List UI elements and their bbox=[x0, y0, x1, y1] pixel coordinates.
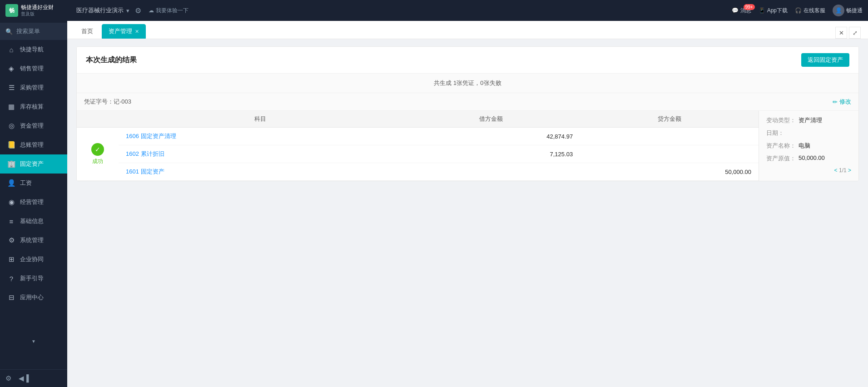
side-panel-pagination: < 1/1 > bbox=[766, 167, 851, 174]
tab-asset-management[interactable]: 资产管理 ✕ bbox=[102, 24, 146, 39]
sidebar-item-collaboration[interactable]: ⊞ 企业协同 bbox=[0, 250, 67, 269]
credit-cell-2 bbox=[580, 145, 759, 163]
sidebar-item-finance[interactable]: ◎ 资金管理 bbox=[0, 116, 67, 135]
phone-icon: 📱 bbox=[759, 7, 765, 14]
credit-col-header: 贷方金额 bbox=[580, 111, 759, 128]
online-service-button[interactable]: 🎧 在线客服 bbox=[795, 7, 825, 15]
sidebar-item-operations[interactable]: ◉ 经营管理 bbox=[0, 193, 67, 212]
sidebar-item-system[interactable]: ⚙ 系统管理 bbox=[0, 231, 67, 250]
tab-bar: 首页 资产管理 ✕ ✕ ⤢ bbox=[67, 21, 868, 39]
operations-icon: ◉ bbox=[7, 198, 15, 206]
sidebar-scroll-down[interactable]: ▼ bbox=[0, 337, 67, 339]
payroll-icon: 👤 bbox=[7, 179, 15, 187]
sidebar-item-purchase[interactable]: ☰ 采购管理 bbox=[0, 78, 67, 97]
search-icon: 🔍 bbox=[5, 28, 13, 35]
app-logo-icon: 畅 bbox=[5, 4, 18, 17]
voucher-section: 凭证字号：记-003 ✏ 修改 bbox=[77, 93, 858, 181]
home-icon: ⌂ bbox=[7, 46, 15, 54]
collaboration-icon: ⊞ bbox=[7, 255, 15, 263]
sidebar-item-quick-nav[interactable]: ⌂ 快捷导航 bbox=[0, 40, 67, 59]
prev-page-button[interactable]: < bbox=[834, 167, 838, 174]
cloud-icon: ☁ bbox=[149, 7, 154, 14]
avatar: 👤 bbox=[833, 5, 844, 16]
voucher-header: 凭证字号：记-003 ✏ 修改 bbox=[77, 93, 858, 111]
summary-bar: 共生成 1张凭证，0张失败 bbox=[77, 74, 858, 93]
panel-expand-button[interactable]: ⤢ bbox=[849, 27, 861, 39]
purchase-icon: ☰ bbox=[7, 84, 15, 92]
app-download-button[interactable]: 📱 App下载 bbox=[759, 7, 788, 15]
sidebar-item-app-center[interactable]: ⊟ 应用中心 bbox=[0, 288, 67, 307]
page-content: 本次生成的结果 返回固定资产 共生成 1张凭证，0张失败 凭证字号：记-003 … bbox=[67, 39, 868, 387]
side-info-asset-value: 资产原值： 50,000.00 bbox=[766, 154, 851, 163]
subject-col-header: 科目 bbox=[119, 111, 402, 128]
user-menu[interactable]: 👤 畅捷通 bbox=[833, 5, 863, 16]
success-col-header bbox=[77, 111, 119, 128]
sidebar: ▲ 🔍 搜索菜单 ⌂ 快捷导航 ◈ 销售管理 ☰ 采购管理 ▦ 库存核算 ◎ 资… bbox=[0, 21, 67, 387]
debit-cell-3 bbox=[402, 163, 580, 181]
panel-close-button[interactable]: ✕ bbox=[835, 27, 847, 39]
sidebar-bottom: ⚙ ◀▐ bbox=[0, 369, 67, 387]
side-info-date: 日期： bbox=[766, 129, 851, 137]
table-row: 1601 固定资产 50,000.00 bbox=[77, 163, 759, 181]
finance-icon: ◎ bbox=[7, 122, 15, 130]
ledger-icon: 📒 bbox=[7, 141, 15, 149]
top-header: 畅 畅捷通好业财 普及版 医疗器械行业演示 ▾ ⚙ ☁ 我要体验一下 💬 消息 … bbox=[0, 0, 868, 21]
content-area: 首页 资产管理 ✕ ✕ ⤢ 本次生成的结果 返回固定资产 bbox=[67, 21, 868, 387]
voucher-table: 科目 借方金额 贷方金额 ✓ bbox=[77, 111, 759, 181]
debit-col-header: 借方金额 bbox=[402, 111, 580, 128]
sidebar-item-inventory[interactable]: ▦ 库存核算 bbox=[0, 97, 67, 116]
system-icon: ⚙ bbox=[7, 236, 15, 244]
company-dropdown-arrow: ▾ bbox=[126, 7, 129, 14]
expand-icon: ⤢ bbox=[853, 30, 858, 36]
sidebar-item-guide[interactable]: ? 新手引导 bbox=[0, 269, 67, 288]
sidebar-item-payroll[interactable]: 👤 工资 bbox=[0, 174, 67, 193]
page-title: 本次生成的结果 bbox=[86, 55, 137, 65]
edit-icon: ✏ bbox=[833, 99, 838, 105]
subject-cell-2[interactable]: 1602 累计折旧 bbox=[119, 145, 402, 163]
sidebar-item-basic-info[interactable]: ≡ 基础信息 bbox=[0, 212, 67, 231]
message-icon: 💬 bbox=[732, 7, 739, 14]
app-center-icon: ⊟ bbox=[7, 293, 15, 302]
side-info-change-type: 变动类型： 资产清理 bbox=[766, 116, 851, 124]
asset-name-value: 电脑 bbox=[799, 142, 810, 150]
logo-area: 畅 畅捷通好业财 普及版 bbox=[5, 4, 73, 17]
return-button[interactable]: 返回固定资产 bbox=[801, 53, 849, 67]
sidebar-item-fixed-assets[interactable]: 🏢 固定资产 bbox=[0, 154, 67, 174]
side-info-asset-name: 资产名称： 电脑 bbox=[766, 142, 851, 150]
subject-cell-1[interactable]: 1606 固定资产清理 bbox=[119, 128, 402, 145]
notifications-badge: 99+ bbox=[744, 4, 755, 10]
asset-value-label: 资产原值： bbox=[766, 154, 796, 163]
tab-close-icon[interactable]: ✕ bbox=[135, 29, 139, 35]
debit-cell-1: 42,874.97 bbox=[402, 128, 580, 145]
header-settings-icon[interactable]: ⚙ bbox=[135, 6, 141, 15]
success-status: ✓ 成功 bbox=[84, 143, 111, 165]
sidebar-item-ledger[interactable]: 📒 总账管理 bbox=[0, 135, 67, 154]
table-row: ✓ 成功 1606 固定资产清理 42,874.97 bbox=[77, 128, 759, 145]
voucher-number: 凭证字号：记-003 bbox=[84, 98, 131, 106]
sidebar-settings-icon[interactable]: ⚙ bbox=[5, 374, 11, 382]
header-right-actions: 💬 消息 99+ 📱 App下载 🎧 在线客服 👤 畅捷通 bbox=[732, 5, 863, 16]
edit-button[interactable]: ✏ 修改 bbox=[833, 98, 851, 106]
company-selector[interactable]: 医疗器械行业演示 ▾ bbox=[76, 6, 129, 15]
inventory-icon: ▦ bbox=[7, 103, 15, 111]
fixed-assets-icon: 🏢 bbox=[7, 160, 15, 168]
debit-cell-2: 7,125.03 bbox=[402, 145, 580, 163]
date-label: 日期： bbox=[766, 129, 784, 137]
asset-value-value: 50,000.00 bbox=[799, 154, 825, 163]
main-layout: ▲ 🔍 搜索菜单 ⌂ 快捷导航 ◈ 销售管理 ☰ 采购管理 ▦ 库存核算 ◎ 资… bbox=[0, 21, 868, 387]
table-row: 1602 累计折旧 7,125.03 bbox=[77, 145, 759, 163]
close-icon: ✕ bbox=[839, 30, 844, 36]
notifications-button[interactable]: 💬 消息 99+ bbox=[732, 7, 751, 15]
asset-name-label: 资产名称： bbox=[766, 142, 796, 150]
result-header: 本次生成的结果 返回固定资产 bbox=[77, 47, 858, 74]
sidebar-collapse-button[interactable]: ◀▐ bbox=[19, 374, 29, 382]
sidebar-search-button[interactable]: 🔍 搜索菜单 bbox=[0, 23, 67, 40]
voucher-table-wrap: 科目 借方金额 贷方金额 ✓ bbox=[77, 111, 759, 181]
guide-icon: ? bbox=[7, 275, 15, 283]
next-page-button[interactable]: > bbox=[848, 167, 851, 174]
subject-cell-3[interactable]: 1601 固定资产 bbox=[119, 163, 402, 181]
tab-home[interactable]: 首页 bbox=[74, 24, 100, 39]
sidebar-item-sales[interactable]: ◈ 销售管理 bbox=[0, 59, 67, 78]
experience-button[interactable]: ☁ 我要体验一下 bbox=[149, 7, 188, 15]
user-icon: 👤 bbox=[835, 7, 842, 14]
